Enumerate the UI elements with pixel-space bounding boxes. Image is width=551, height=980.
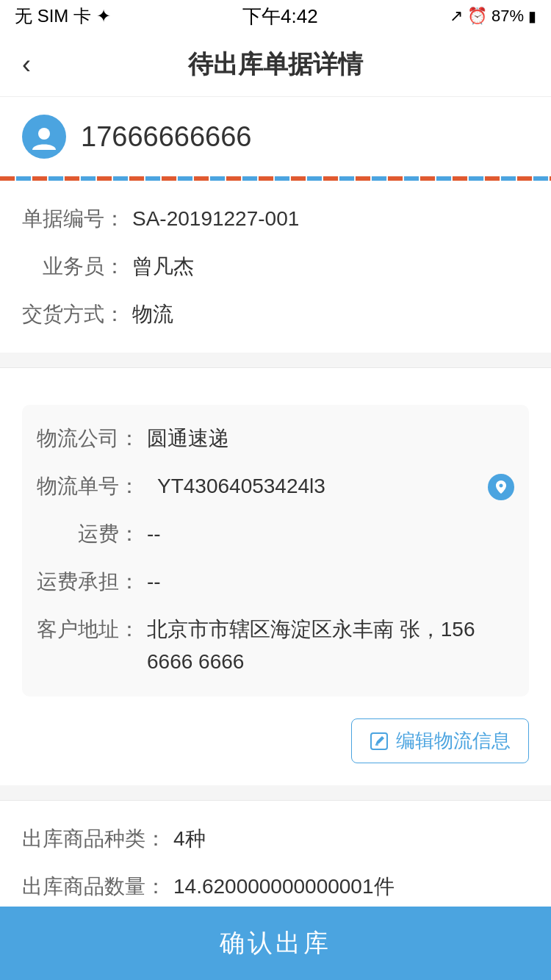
logistics-company-label: 物流公司： (37, 422, 140, 455)
avatar (22, 115, 66, 159)
logistics-card: 物流公司： 圆通速递 物流单号： YT43064053424l3 运费： -- … (22, 405, 529, 696)
delivery-method-value: 物流 (125, 298, 529, 331)
goods-quantity-row: 出库商品数量： 14.620000000000001件 (22, 871, 529, 904)
goods-type-label: 出库商品种类： (22, 823, 166, 856)
address-label: 客户地址： (37, 613, 140, 646)
confirm-button[interactable]: 确认出库 (0, 907, 551, 980)
freight-label: 运费： (37, 518, 140, 551)
edit-logistics-btn-container: 编辑物流信息 (22, 711, 529, 763)
delivery-method-label: 交货方式： (22, 298, 125, 331)
track-location-icon[interactable] (488, 474, 514, 500)
logistics-company-row: 物流公司： 圆通速递 (37, 422, 514, 455)
edit-logistics-label: 编辑物流信息 (396, 728, 511, 754)
document-no-row: 单据编号： SA-20191227-001 (22, 203, 529, 236)
status-bar: 无 SIM 卡 ✦ 下午4:42 ↗ ⏰ 87% ▮ (0, 0, 551, 32)
document-no-value: SA-20191227-001 (125, 203, 529, 236)
address-row: 客户地址： 北京市市辖区海淀区永丰南 张，156 6666 6666 (37, 613, 514, 680)
sales-person-value: 曾凡杰 (125, 251, 529, 284)
status-left: 无 SIM 卡 ✦ (15, 4, 111, 28)
tracking-no-label: 物流单号： (37, 470, 140, 503)
tracking-no-row: 物流单号： YT43064053424l3 (37, 470, 514, 503)
customer-phone: 17666666666 (81, 121, 251, 153)
goods-quantity-label: 出库商品数量： (22, 871, 166, 904)
delivery-method-row: 交货方式： 物流 (22, 298, 529, 331)
address-value: 北京市市辖区海淀区永丰南 张，156 6666 6666 (140, 613, 514, 680)
logistics-company-value: 圆通速递 (140, 422, 514, 455)
goods-type-value: 4种 (166, 823, 529, 856)
location-icon: ↗ (450, 7, 463, 26)
freight-bearer-row: 运费承担： -- (37, 566, 514, 599)
freight-bearer-label: 运费承担： (37, 566, 140, 599)
freight-bearer-value: -- (140, 566, 514, 599)
tracking-no-value: YT43064053424l3 (150, 470, 478, 503)
nav-bar: ‹ 待出库单据详情 (0, 32, 551, 97)
document-no-label: 单据编号： (22, 203, 125, 236)
status-right: ↗ ⏰ 87% ▮ (450, 7, 536, 26)
freight-value: -- (140, 518, 514, 551)
edit-logistics-button[interactable]: 编辑物流信息 (351, 718, 529, 763)
battery-level: 87% (491, 7, 524, 26)
sales-person-row: 业务员： 曾凡杰 (22, 251, 529, 284)
confirm-btn-label: 确认出库 (220, 926, 331, 960)
goods-type-row: 出库商品种类： 4种 (22, 823, 529, 856)
svg-point-0 (38, 128, 50, 140)
sim-status: 无 SIM 卡 ✦ (15, 4, 111, 28)
alarm-icon: ⏰ (467, 7, 487, 26)
logistics-section: 物流公司： 圆通速递 物流单号： YT43064053424l3 运费： -- … (0, 368, 551, 785)
status-time: 下午4:42 (242, 4, 318, 29)
freight-row: 运费： -- (37, 518, 514, 551)
basic-info-section: 单据编号： SA-20191227-001 业务员： 曾凡杰 交货方式： 物流 (0, 181, 551, 353)
back-button[interactable]: ‹ (22, 49, 31, 80)
battery-icon: ▮ (528, 7, 536, 25)
sales-person-label: 业务员： (22, 251, 125, 284)
page-title: 待出库单据详情 (188, 48, 363, 82)
phone-header: 17666666666 (0, 97, 551, 176)
goods-quantity-value: 14.620000000000001件 (166, 871, 529, 904)
